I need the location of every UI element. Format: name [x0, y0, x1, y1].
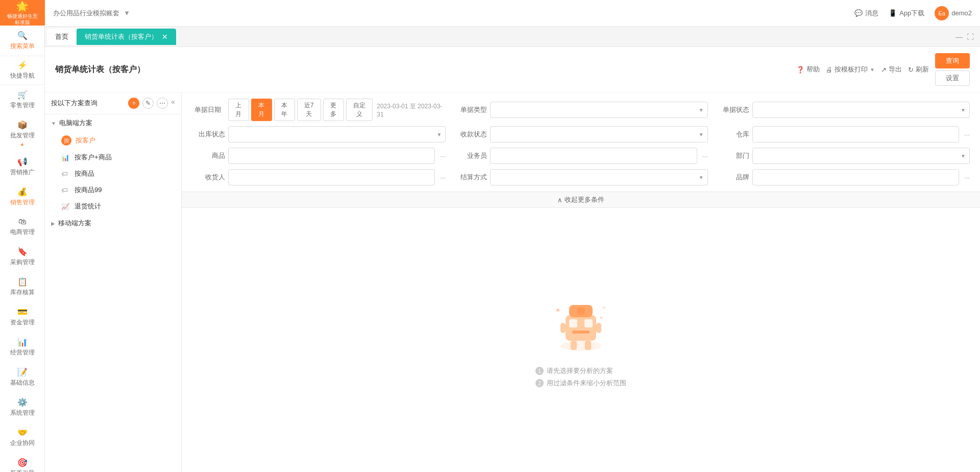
- sidebar-item-basic[interactable]: 📝 基础信息: [0, 362, 44, 392]
- svg-rect-1: [566, 315, 596, 341]
- settle-method-select[interactable]: [490, 169, 707, 185]
- order-type-select[interactable]: [490, 102, 707, 118]
- tab-minimize-icon[interactable]: —: [955, 33, 963, 41]
- date-btn-custom[interactable]: 自定义: [346, 99, 373, 121]
- svg-point-12: [603, 306, 605, 309]
- sidebar-item-label: 系统管理: [10, 409, 35, 417]
- receiver-dots[interactable]: ···: [440, 174, 446, 181]
- sidebar-item-enterprise[interactable]: 🤝 企业协同: [0, 422, 44, 453]
- sidebar-item-label: 销售管理: [10, 198, 35, 207]
- warehouse-dots[interactable]: ···: [964, 131, 970, 138]
- goods-dots[interactable]: ···: [440, 152, 446, 160]
- dropdown-icon[interactable]: ▼: [124, 9, 130, 17]
- sidebar-item-operations[interactable]: 📊 经营管理: [0, 332, 44, 362]
- sidebar-item-purchase[interactable]: 🔖 采购管理: [0, 242, 44, 272]
- sales-icon: 💰: [17, 187, 28, 197]
- help-button[interactable]: ❓ 帮助: [796, 65, 820, 74]
- collapse-row: ∧ 收起更多条件: [182, 192, 980, 208]
- salesman-input[interactable]: [490, 148, 697, 164]
- query-button[interactable]: 查询: [935, 53, 970, 68]
- order-status-select[interactable]: [752, 102, 970, 118]
- scheme-panel: 按以下方案查询 + ✎ ⋯ « ▼ 电脑端方案 按 按客户: [45, 92, 182, 472]
- sidebar-item-ecommerce[interactable]: 🛍 电商管理: [0, 212, 44, 242]
- date-btn-7days[interactable]: 近7天: [297, 99, 321, 121]
- receiver-label: 收货人: [192, 173, 225, 182]
- date-btn-this-year[interactable]: 本年: [274, 99, 295, 121]
- goods-input[interactable]: [228, 148, 435, 164]
- collapse-scheme-button[interactable]: «: [171, 98, 175, 109]
- sidebar-item-retail[interactable]: 🛒 零售管理: [0, 85, 44, 115]
- dept-select[interactable]: [752, 148, 970, 164]
- svg-rect-6: [596, 323, 601, 333]
- logo-text: 畅捷通好生意 标准版: [7, 13, 38, 26]
- brand-input[interactable]: [752, 169, 959, 185]
- more-scheme-button[interactable]: ⋯: [157, 98, 168, 109]
- scheme-group-desktop-header[interactable]: ▼ 电脑端方案: [45, 114, 181, 132]
- tab-home-label: 首页: [55, 32, 68, 41]
- page-title: 销货单统计表（按客户）: [55, 64, 145, 75]
- help-icon: ❓: [796, 66, 804, 74]
- date-btn-this-month[interactable]: 本月: [251, 99, 272, 121]
- collect-status-select[interactable]: [490, 126, 707, 143]
- message-button[interactable]: 💬 消息: [854, 9, 878, 18]
- collapse-label: 收起更多条件: [565, 195, 604, 204]
- sidebar-item-label: 零售管理: [10, 101, 35, 110]
- scheme-item-by-goods-99[interactable]: 🏷 按商品99: [45, 182, 181, 198]
- svg-rect-4: [572, 331, 590, 334]
- sidebar-item-sales[interactable]: 💰 销售管理: [0, 182, 44, 212]
- app-download-button[interactable]: 📱 App下载: [889, 9, 924, 18]
- tab-home[interactable]: 首页: [47, 29, 77, 45]
- empty-state: 1 请先选择要分析的方案 2 用过滤条件来缩小分析范围: [182, 208, 980, 472]
- receiver-input[interactable]: [228, 169, 435, 185]
- brand-dots[interactable]: ···: [964, 174, 970, 181]
- group-expand-icon: ▶: [51, 221, 55, 226]
- sidebar-item-search[interactable]: 🔍 搜索菜单: [0, 26, 44, 56]
- logo[interactable]: 🌟 畅捷通好生意 标准版: [0, 0, 45, 26]
- collapse-button[interactable]: ∧ 收起更多条件: [557, 195, 604, 204]
- scheme-item-by-customer[interactable]: 按 按客户: [45, 132, 181, 149]
- scheme-item-by-customer-goods[interactable]: 📊 按客户+商品: [45, 149, 181, 166]
- scheme-item-label: 按客户: [76, 136, 95, 145]
- svg-rect-5: [560, 323, 566, 333]
- edit-scheme-button[interactable]: ✎: [142, 98, 154, 109]
- sidebar-item-guide[interactable]: 🎯 新手引导: [0, 453, 44, 472]
- svg-rect-3: [584, 319, 593, 327]
- dept-label: 部门: [716, 151, 749, 160]
- tab-sales-stat[interactable]: 销货单统计表（按客户） ✕: [77, 29, 176, 45]
- salesman-label: 业务员: [454, 151, 487, 160]
- industry-label: 办公用品行业模拟账套: [53, 9, 119, 18]
- tab-maximize-icon[interactable]: ⛶: [967, 33, 974, 41]
- export-button[interactable]: ↗ 导出: [881, 65, 902, 74]
- date-btn-last-month[interactable]: 上月: [228, 99, 249, 121]
- scheme-item-label: 退货统计: [75, 202, 101, 211]
- page-actions: ❓ 帮助 🖨 按模板打印 ▼ ↗ 导出 ↻ 刷新 查询: [796, 53, 970, 86]
- sidebar-item-shortcut[interactable]: ⚡ 快捷导航: [0, 56, 44, 85]
- tab-close-icon[interactable]: ✕: [162, 33, 168, 41]
- print-dropdown-icon[interactable]: ▼: [870, 67, 875, 73]
- sidebar-item-system[interactable]: ⚙️ 系统管理: [0, 392, 44, 422]
- svg-rect-8: [585, 341, 591, 350]
- add-scheme-button[interactable]: +: [128, 98, 139, 109]
- user-menu[interactable]: Ea demo2: [935, 6, 972, 20]
- out-status-select[interactable]: [228, 126, 446, 143]
- sidebar-item-inventory[interactable]: 📋 库存核算: [0, 272, 44, 302]
- date-btn-more[interactable]: 更多: [323, 99, 344, 121]
- export-icon: ↗: [881, 66, 887, 74]
- salesman-dots[interactable]: ···: [702, 152, 708, 160]
- sidebar-item-finance[interactable]: 💳 资金管理: [0, 302, 44, 332]
- print-button[interactable]: 🖨 按模板打印 ▼: [826, 65, 875, 74]
- sidebar-item-marketing[interactable]: 📢 营销推广: [0, 152, 44, 182]
- scheme-group-mobile-header[interactable]: ▶ 移动端方案: [45, 215, 181, 232]
- tip-text-2: 用过滤条件来缩小分析范围: [547, 379, 626, 388]
- sidebar-item-wholesale[interactable]: 📦 批发管理 ▲: [0, 115, 44, 152]
- warehouse-input[interactable]: [752, 126, 959, 143]
- settings-button[interactable]: 设置: [935, 70, 970, 86]
- refresh-button[interactable]: ↻ 刷新: [908, 65, 929, 74]
- scheme-actions: + ✎ ⋯ «: [128, 98, 175, 109]
- scheme-item-by-goods[interactable]: 🏷 按商品: [45, 166, 181, 182]
- scheme-item-return-stat[interactable]: 📈 退货统计: [45, 198, 181, 215]
- date-range: 2023-03-01 至 2023-03-31: [377, 102, 446, 118]
- operations-icon: 📊: [17, 337, 28, 347]
- sidebar-item-label: 经营管理: [10, 348, 35, 357]
- settle-method-label: 结算方式: [454, 173, 487, 182]
